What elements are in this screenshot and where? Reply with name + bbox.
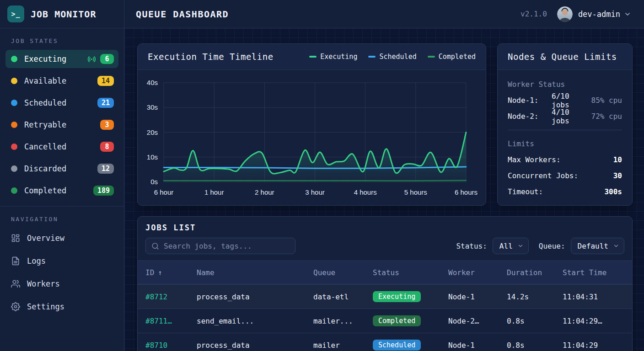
sidebar-state-discarded[interactable]: Discarded12 bbox=[5, 160, 118, 178]
table-cell: send_email... bbox=[189, 317, 306, 325]
sidebar-state-executing[interactable]: Executing6 bbox=[5, 50, 118, 68]
table-header-row: ID↑NameQueueStatusWorkerDurationStart Ti… bbox=[138, 261, 632, 284]
y-axis-tick: 20s bbox=[147, 128, 158, 136]
nav-item-workers[interactable]: Workers bbox=[5, 274, 118, 294]
timeline-chart: 0s10s20s30s40s6 hour1 hour2 hour3 hour4 … bbox=[138, 70, 486, 205]
column-header-worker[interactable]: Worker bbox=[440, 268, 499, 277]
filter-label-queue: Queue: bbox=[539, 242, 565, 250]
job-worker: Node-1 bbox=[448, 341, 475, 350]
legend-item-completed[interactable]: Completed bbox=[428, 53, 476, 61]
job-duration: 14.2s bbox=[507, 292, 529, 301]
job-queue: mailer bbox=[313, 341, 340, 350]
column-header-id[interactable]: ID↑ bbox=[138, 268, 189, 277]
state-dot bbox=[11, 78, 17, 84]
node-jobs: 4/10 jobs bbox=[552, 108, 591, 125]
node-cpu: 85% cpu bbox=[591, 96, 622, 105]
nav-item-settings[interactable]: Settings bbox=[5, 297, 118, 317]
terminal-icon: >_ bbox=[7, 5, 24, 22]
limit-value: 10 bbox=[613, 155, 622, 164]
nav-item-overview[interactable]: Overview bbox=[5, 228, 118, 248]
table-row[interactable]: #8712process_datadata-etlExecutingNode-1… bbox=[138, 284, 632, 308]
table-row[interactable]: #8710process_datamailerScheduledNode-10.… bbox=[138, 333, 632, 351]
legend-item-executing[interactable]: Executing bbox=[309, 53, 357, 61]
nodes-card-body: Worker Status Node-1:6/10 jobs85% cpuNod… bbox=[498, 70, 632, 206]
filter-select-queue[interactable]: Default bbox=[571, 238, 624, 254]
sidebar-state-retryable[interactable]: Retryable3 bbox=[5, 116, 118, 134]
legend-label: Completed bbox=[439, 53, 476, 61]
table-cell: #8711… bbox=[138, 317, 189, 325]
state-count-badge: 8 bbox=[100, 142, 114, 152]
table-cell: 11:04:29 bbox=[555, 341, 633, 350]
column-header-duration[interactable]: Duration bbox=[499, 268, 555, 277]
column-header-queue[interactable]: Queue bbox=[306, 268, 365, 277]
jobs-search[interactable] bbox=[145, 238, 295, 254]
table-cell: #8710 bbox=[138, 341, 189, 350]
workers-icon bbox=[11, 279, 20, 288]
y-axis-tick: 10s bbox=[147, 153, 158, 161]
column-header-status[interactable]: Status bbox=[365, 268, 440, 277]
select-value: Default bbox=[578, 242, 608, 250]
limit-row: Concurrent Jobs:30 bbox=[508, 168, 622, 184]
navigation-list: OverviewLogsWorkersSettings bbox=[0, 228, 124, 317]
job-start-time: 11:04:29 bbox=[563, 341, 598, 350]
sidebar: >_ JOB MONITOR JOB STATES Executing6Avai… bbox=[0, 0, 124, 351]
table-cell: Node-1 bbox=[440, 292, 499, 301]
job-queue: mailer... bbox=[313, 317, 353, 325]
job-queue: data-etl bbox=[313, 292, 349, 301]
table-cell: Node-1 bbox=[440, 341, 499, 350]
state-label: Completed bbox=[24, 186, 66, 195]
job-duration: 0.8s bbox=[507, 317, 525, 325]
node-jobs: 6/10 jobs bbox=[552, 92, 591, 109]
sidebar-state-completed[interactable]: Completed189 bbox=[5, 181, 118, 200]
job-id[interactable]: #8712 bbox=[145, 292, 167, 301]
x-axis-tick: 5 hours bbox=[404, 188, 427, 196]
nav-item-logs[interactable]: Logs bbox=[5, 251, 118, 271]
state-dot bbox=[11, 187, 17, 194]
nav-item-label: Overview bbox=[27, 234, 64, 243]
y-axis-tick: 30s bbox=[147, 103, 158, 111]
user-name[interactable]: dev-admin bbox=[578, 10, 620, 19]
sidebar-state-cancelled[interactable]: Cancelled8 bbox=[5, 138, 118, 156]
y-axis-tick: 0s bbox=[150, 178, 158, 186]
x-axis-tick: 2 hour bbox=[255, 188, 274, 196]
chart-title: Execution Time Timeline bbox=[148, 52, 274, 62]
table-row[interactable]: #8711…send_email...mailer...CompletedNod… bbox=[138, 308, 632, 333]
jobs-top: JOBS LIST Status:AllQueue:Default bbox=[138, 217, 632, 254]
nodes-divider bbox=[508, 130, 622, 130]
sidebar-state-available[interactable]: Available14 bbox=[5, 72, 118, 90]
nav-item-label: Settings bbox=[27, 302, 64, 311]
select-value: All bbox=[499, 242, 513, 250]
limit-row: Max Workers:10 bbox=[508, 152, 622, 168]
column-header-start-time[interactable]: Start Time bbox=[555, 268, 633, 277]
x-axis-tick: 3 hour bbox=[305, 188, 325, 196]
state-count-badge: 21 bbox=[97, 98, 114, 108]
limit-row: Timeout:300s bbox=[508, 184, 622, 200]
column-header-name[interactable]: Name bbox=[189, 268, 306, 277]
terminal-glyph: >_ bbox=[11, 10, 20, 18]
topbar: QUEUE DASHBOARD v2.1.0 dev-admin bbox=[124, 0, 644, 28]
table-cell: 0.8s bbox=[499, 341, 555, 350]
chart-card-header: Execution Time Timeline ExecutingSchedul… bbox=[138, 44, 486, 70]
chevron-down-icon[interactable] bbox=[624, 11, 631, 18]
main-content: Execution Time Timeline ExecutingSchedul… bbox=[124, 28, 644, 351]
state-label: Retryable bbox=[24, 120, 66, 129]
state-count-badge: 12 bbox=[97, 164, 114, 174]
table-cell: Executing bbox=[365, 291, 440, 302]
app-logo: >_ JOB MONITOR bbox=[0, 0, 124, 28]
x-axis-tick: 6 hour bbox=[154, 188, 174, 196]
chart-legend: ExecutingScheduledCompleted bbox=[309, 53, 476, 61]
table-cell: 14.2s bbox=[499, 292, 555, 301]
job-id[interactable]: #8711… bbox=[145, 317, 172, 325]
job-worker: Node-1 bbox=[448, 292, 475, 301]
sort-asc-icon: ↑ bbox=[158, 268, 162, 277]
search-input[interactable] bbox=[164, 242, 290, 250]
limit-value: 30 bbox=[613, 171, 622, 180]
table-cell: process_data bbox=[189, 292, 306, 301]
filter-select-status[interactable]: All bbox=[493, 238, 529, 254]
sidebar-state-scheduled[interactable]: Scheduled21 bbox=[5, 94, 118, 112]
avatar[interactable] bbox=[557, 6, 573, 22]
jobs-controls: Status:AllQueue:Default bbox=[145, 238, 624, 254]
table-cell: 11:04:29… bbox=[555, 317, 633, 325]
job-id[interactable]: #8710 bbox=[145, 341, 167, 350]
legend-item-scheduled[interactable]: Scheduled bbox=[368, 53, 416, 61]
